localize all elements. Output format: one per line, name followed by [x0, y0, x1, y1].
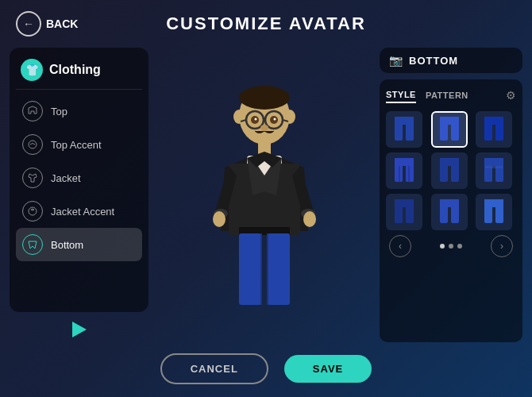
svg-rect-47	[484, 158, 503, 166]
next-arrow-button[interactable]	[72, 322, 87, 337]
clothing-section: 👕 Clothing Top	[10, 48, 148, 312]
clothing-title: Clothing	[49, 63, 101, 77]
svg-point-5	[284, 110, 295, 124]
prev-page-button[interactable]: ‹	[389, 235, 411, 257]
svg-rect-57	[484, 199, 503, 207]
bottom-label: Bottom	[51, 239, 83, 251]
svg-rect-36	[484, 117, 503, 125]
svg-point-3	[239, 86, 290, 110]
svg-point-14	[273, 118, 276, 120]
header: ← BACK CUSTOMIZE AVATAR	[0, 0, 532, 48]
svg-rect-25	[268, 233, 290, 305]
svg-point-4	[233, 110, 245, 124]
style-item-5[interactable]	[431, 152, 468, 189]
back-label: BACK	[46, 17, 78, 30]
style-item-7[interactable]	[386, 194, 422, 230]
save-button[interactable]: SAVE	[284, 355, 372, 383]
svg-point-15	[260, 125, 268, 131]
svg-rect-48	[485, 166, 503, 168]
top-accent-label: Top Accent	[51, 139, 102, 151]
nav-dot-2	[449, 244, 453, 249]
panel-header-icon: 📷	[389, 54, 403, 67]
avatar-svg	[185, 72, 344, 318]
back-circle-icon: ←	[16, 11, 41, 37]
svg-rect-39	[395, 158, 414, 166]
right-panel: 📷 BOTTOM STYLE PATTERN ⚙	[380, 48, 522, 342]
bottom-icon	[22, 234, 43, 255]
svg-point-22	[303, 211, 316, 227]
style-item-2[interactable]	[431, 111, 468, 148]
clothing-icon: 👕	[21, 59, 43, 81]
svg-rect-33	[440, 117, 459, 125]
sidebar-item-jacket[interactable]: Jacket	[16, 161, 142, 195]
nav-dot-1	[440, 244, 445, 249]
panel-body: STYLE PATTERN ⚙	[380, 79, 522, 342]
panel-tabs: STYLE PATTERN ⚙	[386, 87, 516, 103]
style-item-4[interactable]	[386, 152, 422, 189]
svg-rect-30	[395, 117, 414, 125]
sidebar-item-bottom[interactable]: Bottom	[16, 228, 142, 261]
back-button[interactable]: ← BACK	[16, 11, 78, 37]
svg-rect-44	[440, 158, 459, 166]
page-title: CUSTOMIZE AVATAR	[166, 13, 366, 34]
top-icon	[22, 101, 43, 121]
svg-point-0	[29, 141, 37, 148]
nav-dots	[440, 244, 462, 249]
top-label: Top	[51, 106, 67, 118]
panel-nav: ‹ ›	[386, 230, 516, 257]
style-item-6[interactable]	[476, 152, 512, 189]
jacket-label: Jacket	[51, 172, 81, 184]
top-accent-icon	[22, 134, 43, 155]
main-content: 👕 Clothing Top	[0, 48, 532, 342]
jacket-icon	[22, 168, 43, 188]
panel-title: BOTTOM	[409, 55, 458, 67]
next-page-button[interactable]: ›	[491, 235, 513, 257]
next-arrow-container	[10, 317, 148, 342]
style-item-1[interactable]	[386, 111, 422, 148]
avatar-center	[156, 48, 372, 342]
svg-rect-51	[395, 199, 414, 207]
jacket-accent-icon	[22, 201, 43, 222]
sidebar-item-top-accent[interactable]: Top Accent	[16, 128, 142, 161]
style-grid	[386, 111, 516, 230]
bottom-bar: CANCEL SAVE	[0, 342, 532, 397]
style-item-8[interactable]	[431, 194, 468, 230]
customize-avatar-page: ← BACK CUSTOMIZE AVATAR 👕 Clothing	[0, 0, 532, 397]
clothing-header: 👕 Clothing	[16, 56, 142, 90]
svg-point-21	[213, 211, 226, 227]
jacket-accent-label: Jacket Accent	[51, 206, 114, 218]
panel-header: 📷 BOTTOM	[380, 48, 522, 73]
cancel-button[interactable]: CANCEL	[160, 353, 268, 384]
svg-rect-54	[440, 199, 459, 207]
tab-style[interactable]: STYLE	[386, 87, 416, 103]
sidebar-item-top[interactable]: Top	[16, 94, 142, 128]
sidebar: 👕 Clothing Top	[10, 48, 148, 342]
svg-rect-24	[239, 233, 261, 305]
sidebar-item-jacket-accent[interactable]: Jacket Accent	[16, 195, 142, 228]
pattern-settings-icon[interactable]: ⚙	[506, 89, 516, 102]
tab-pattern[interactable]: PATTERN	[426, 88, 468, 102]
style-item-9[interactable]	[476, 194, 512, 230]
nav-dot-3	[457, 244, 462, 249]
avatar-container	[177, 68, 352, 322]
svg-point-13	[254, 118, 256, 120]
style-item-3[interactable]	[476, 111, 512, 148]
